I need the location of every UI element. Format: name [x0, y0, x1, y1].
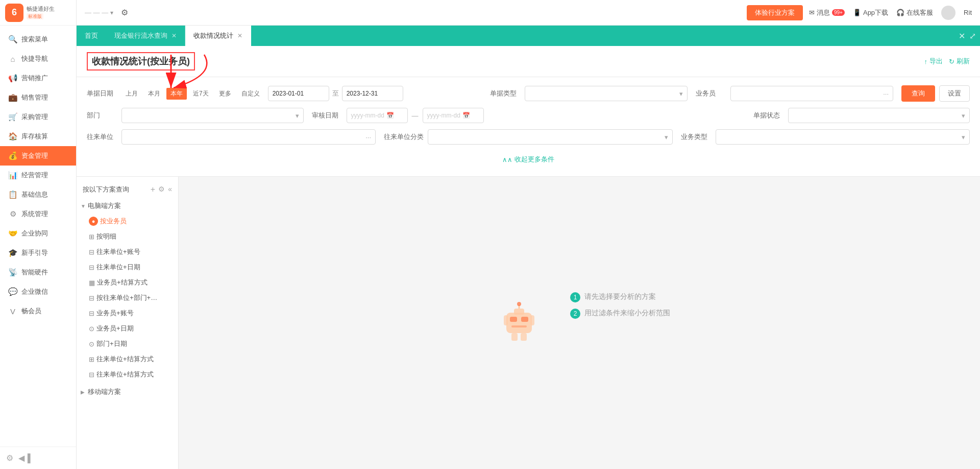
online-service-label: 在线客服	[906, 8, 933, 17]
calendar-icon: 📅	[386, 112, 394, 119]
date-tab-last-month[interactable]: 上月	[121, 88, 142, 100]
messages-badge: 99+	[832, 9, 845, 16]
tab-home[interactable]: 首页	[77, 31, 106, 40]
tree-item-unit-settlement1[interactable]: ⊞ 往来单位+结算方式	[77, 351, 178, 367]
hint-text-1: 请先选择要分析的方案	[584, 292, 656, 301]
tree-item-label: 往来单位+结算方式	[96, 370, 154, 379]
content-area: 收款情况统计(按业务员) ↑ 导出 ↻ 刷新 单据日期	[77, 46, 980, 469]
date-to-input[interactable]: 2023-12-31	[342, 86, 403, 101]
tree-expand-mobile-icon: ▶	[81, 389, 88, 395]
sidebar-item-label: 基础信息	[21, 190, 48, 199]
user-avatar[interactable]	[941, 6, 955, 20]
tree-item-by-salesman[interactable]: ● 按业务员	[77, 214, 178, 229]
page-header: 收款情况统计(按业务员) ↑ 导出 ↻ 刷新	[77, 46, 980, 77]
service-icon: 🎧	[896, 9, 904, 16]
collapse-panel-icon[interactable]: «	[168, 185, 172, 194]
sidebar-item-sales[interactable]: 💼 销售管理	[0, 88, 76, 107]
trial-button[interactable]: 体验行业方案	[747, 5, 803, 20]
tab-receipt-stats[interactable]: 收款情况统计 ✕	[185, 26, 251, 46]
query-actions: 查询 设置	[901, 85, 970, 102]
date-tab-7days[interactable]: 近7天	[189, 88, 213, 100]
sidebar-item-wechat[interactable]: 💬 企业微信	[0, 282, 76, 301]
svg-rect-6	[511, 333, 518, 341]
tree-item-dept-date[interactable]: ⊙ 部门+日期	[77, 336, 178, 351]
scheme-settings-icon[interactable]: ⚙	[158, 185, 165, 194]
sidebar-item-inventory[interactable]: 🏠 库存核算	[0, 127, 76, 146]
refresh-btn[interactable]: ↻ 刷新	[949, 57, 970, 66]
sidebar-item-label: 畅会员	[21, 307, 41, 316]
sidebar-item-search[interactable]: 🔍 搜索菜单	[0, 30, 76, 49]
audit-date-from[interactable]: yyyy-mm-dd 📅	[347, 108, 408, 123]
sidebar-item-label: 采购管理	[21, 112, 48, 122]
collapse-btn[interactable]: ∧∧ 收起更多条件	[87, 151, 970, 168]
tree-expand-icon: ▼	[81, 203, 88, 209]
sidebar-item-member[interactable]: V 畅会员	[0, 301, 76, 321]
tab-maximize-icon[interactable]: ⤢	[969, 31, 976, 41]
sidebar-item-marketing[interactable]: 📢 营销推广	[0, 68, 76, 88]
tab-bank-flow-close[interactable]: ✕	[172, 32, 177, 39]
date-tab-more[interactable]: 更多	[215, 88, 235, 100]
sidebar-item-basic[interactable]: 📋 基础信息	[0, 185, 76, 204]
tree-item-label: 往来单位+结算方式	[96, 355, 154, 364]
voucher-type-select[interactable]: ▾	[525, 86, 688, 101]
tab-close-all-icon[interactable]: ✕	[959, 31, 965, 41]
tree-item-detail[interactable]: ⊞ 按明细	[77, 229, 178, 244]
export-btn[interactable]: ↑ 导出	[924, 57, 943, 66]
sidebar-item-label: 销售管理	[21, 93, 48, 102]
dept-select[interactable]: ▾	[121, 108, 304, 123]
finance-icon: 💰	[8, 151, 17, 160]
basic-icon: 📋	[8, 190, 17, 199]
voucher-status-select[interactable]: ▾	[788, 108, 970, 123]
date-tab-custom[interactable]: 自定义	[237, 88, 264, 100]
online-service-action[interactable]: 🎧 在线客服	[896, 8, 933, 17]
chevron-down-icon: ▾	[962, 133, 965, 141]
query-button[interactable]: 查询	[901, 85, 935, 102]
svg-rect-3	[511, 325, 527, 327]
tree-item-salesman-settlement[interactable]: ▦ 业务员+结算方式	[77, 275, 178, 290]
sales-icon: 💼	[8, 93, 17, 102]
left-panel-actions: + ⚙ «	[151, 185, 172, 194]
salesman-settlement-icon: ▦	[89, 279, 95, 287]
robot-svg	[494, 297, 545, 348]
sidebar-item-purchase[interactable]: 🛒 采购管理	[0, 107, 76, 127]
date-tab-this-month[interactable]: 本月	[144, 88, 164, 100]
date-from-input[interactable]: 2023-01-01	[268, 86, 329, 101]
breadcrumb-select[interactable]: — — — ▾	[85, 9, 113, 16]
settings-button[interactable]: 设置	[939, 85, 970, 102]
counterpart-select[interactable]: ···	[121, 129, 376, 145]
tree-item-unit-account[interactable]: ⊟ 往来单位+账号	[77, 244, 178, 260]
tab-receipt-stats-close[interactable]: ✕	[237, 32, 242, 39]
tree-item-unit-settlement2[interactable]: ⊟ 往来单位+结算方式	[77, 367, 178, 382]
sidebar-item-guide[interactable]: 🎓 新手引导	[0, 243, 76, 263]
sidebar-item-hardware[interactable]: 📡 智能硬件	[0, 263, 76, 282]
tree-item-salesman-date[interactable]: ⊙ 业务员+日期	[77, 321, 178, 336]
app-download-action[interactable]: 📱 App下载	[853, 8, 888, 17]
sidebar-item-finance[interactable]: 💰 资金管理	[0, 146, 76, 166]
sidebar: 6 畅捷通好生 标准版 🔍 搜索菜单 ⌂ 快捷导航 📢 营销推广 💼 销售管理	[0, 0, 77, 469]
sidebar-item-quicknav[interactable]: ⌂ 快捷导航	[0, 49, 76, 68]
ellipsis-icon: ···	[883, 90, 889, 98]
sidebar-item-label: 经营管理	[21, 171, 48, 180]
expand-icon[interactable]: ◀▐	[18, 453, 30, 463]
business-type-select[interactable]: ▾	[716, 129, 970, 145]
sidebar-item-enterprise[interactable]: 🤝 企业协同	[0, 224, 76, 243]
audit-date-to[interactable]: yyyy-mm-dd 📅	[423, 108, 484, 123]
tree-item-unit-dept[interactable]: ⊟ 按往来单位+部门+收...	[77, 290, 178, 306]
filter-item-voucher-status: 单据状态 ▾	[753, 108, 970, 123]
tree-group-desktop[interactable]: ▼ 电脑端方案	[77, 198, 178, 214]
salesman-select[interactable]: ···	[730, 86, 893, 101]
settings-footer-icon[interactable]: ⚙	[6, 453, 13, 463]
tree-item-unit-date[interactable]: ⊟ 往来单位+日期	[77, 260, 178, 275]
messages-action[interactable]: ✉ 消息 99+	[809, 8, 845, 17]
sidebar-item-operations[interactable]: 📊 经营管理	[0, 166, 76, 185]
sidebar-item-system[interactable]: ⚙ 系统管理	[0, 204, 76, 224]
tab-bank-flow[interactable]: 现金银行流水查询 ✕	[106, 26, 185, 46]
tree-item-label: 按明细	[96, 232, 116, 241]
date-tab-this-year[interactable]: 本年	[166, 88, 187, 100]
tree-group-mobile[interactable]: ▶ 移动端方案	[77, 384, 178, 400]
tree-item-salesman-account[interactable]: ⊟ 业务员+账号	[77, 306, 178, 321]
counterpart-category-select[interactable]: ▾	[428, 129, 673, 145]
header-settings-btn[interactable]: ⚙	[117, 6, 132, 20]
add-scheme-icon[interactable]: +	[151, 185, 155, 194]
audit-from-placeholder: yyyy-mm-dd	[351, 112, 384, 119]
